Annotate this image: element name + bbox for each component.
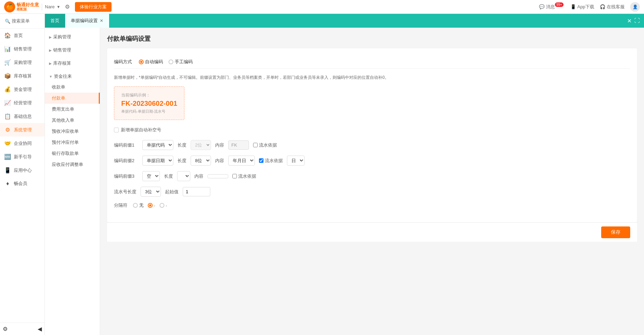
prefix1-select[interactable]: 单据代码 bbox=[142, 140, 173, 150]
divider bbox=[42, 3, 42, 10]
content3-value bbox=[208, 174, 228, 178]
serial-length-select[interactable]: 3位 bbox=[141, 187, 161, 197]
sec-item-payment[interactable]: 付款单 bbox=[45, 93, 100, 104]
window-minimize-icon[interactable]: ✕ bbox=[627, 18, 632, 24]
content2-select[interactable]: 年月日 bbox=[228, 156, 255, 166]
serial-length-select-wrapper: 3位 bbox=[141, 187, 161, 197]
content3-label: 内容 bbox=[194, 173, 203, 179]
prefix3-select[interactable]: 空 bbox=[142, 171, 160, 181]
sep-none-radio[interactable]: 无 bbox=[133, 202, 144, 208]
tab-home[interactable]: 首页 bbox=[45, 14, 65, 28]
trial-button[interactable]: 体验行业方案 bbox=[75, 2, 112, 12]
sec-item-bank[interactable]: 银行存取款单 bbox=[45, 148, 100, 159]
content2-label: 内容 bbox=[215, 158, 224, 164]
message-button[interactable]: 💬 消息 99+ bbox=[539, 4, 565, 10]
sidebar-item-system[interactable]: ⚙ 系统管理 bbox=[0, 123, 45, 137]
auto-encode-radio[interactable]: 自动编码 bbox=[139, 59, 163, 65]
window-maximize-icon[interactable]: ⛶ bbox=[634, 18, 640, 24]
length1-select[interactable]: 2位 bbox=[191, 140, 211, 150]
settings-bottom-icon[interactable]: ⚙ bbox=[3, 326, 8, 332]
sep-dot2-radio[interactable]: · bbox=[160, 203, 167, 208]
start-value-input[interactable] bbox=[183, 187, 210, 196]
sidebar-item-basic[interactable]: 📋 基础信息 bbox=[0, 110, 45, 123]
serial1-checkbox-input[interactable] bbox=[253, 143, 258, 147]
separator-options: 无 · · bbox=[133, 202, 167, 208]
collapse-icon[interactable]: ◀ bbox=[38, 326, 42, 332]
business-icon: 📈 bbox=[4, 100, 11, 106]
length3-label: 长度 bbox=[164, 173, 173, 179]
day-select: 日 bbox=[287, 156, 305, 166]
serial2-checkbox[interactable]: 流水依据 bbox=[259, 158, 283, 164]
length2-select[interactable]: 8位 bbox=[191, 156, 211, 166]
save-button[interactable]: 保存 bbox=[601, 226, 630, 238]
member-icon: ♦ bbox=[4, 180, 11, 187]
tab-close-icon[interactable]: ✕ bbox=[100, 18, 103, 23]
auto-fill-checkbox[interactable] bbox=[114, 128, 119, 132]
prefix1-label: 编码前缀1 bbox=[114, 142, 138, 148]
manual-encode-radio[interactable]: 手工编码 bbox=[169, 59, 193, 65]
basic-icon: 📋 bbox=[4, 113, 11, 120]
auto-fill-row: 新增单据自动补空号 bbox=[114, 127, 630, 133]
sidebar-item-app[interactable]: 📱 应用中心 bbox=[0, 164, 45, 177]
app-download-button[interactable]: 📱 App下载 bbox=[570, 4, 594, 10]
page-content: 付款单编码设置 编码方式 自动编码 手工编码 bbox=[100, 28, 644, 335]
sidebar-item-inventory[interactable]: 📦 库存核算 bbox=[0, 69, 45, 83]
serial-length-row: 流水号长度 3位 起始值 bbox=[114, 187, 630, 197]
length3-select[interactable] bbox=[177, 171, 190, 181]
workspace-dropdown[interactable]: ▾ bbox=[57, 4, 60, 9]
auto-encode-dot bbox=[139, 59, 144, 64]
inventory-icon: 📦 bbox=[4, 73, 11, 79]
top-bar-left: 🍊 畅通好生意 搭配版 Nare ▾ ⚙ 体验行业方案 bbox=[4, 1, 112, 12]
serial-length-label: 流水号长度 bbox=[114, 189, 136, 195]
length2-select-wrapper: 8位 bbox=[191, 156, 211, 166]
sec-item-prepay-offset[interactable]: 预收冲应收单 bbox=[45, 126, 100, 137]
settings-button[interactable]: ⚙ bbox=[63, 2, 72, 12]
prefix2-select-wrapper: 单据日期 bbox=[142, 156, 173, 166]
group-purchase-title[interactable]: ▶ 采购管理 bbox=[45, 32, 100, 42]
sec-item-receipt[interactable]: 收款单 bbox=[45, 82, 100, 93]
prefix2-select[interactable]: 单据日期 bbox=[142, 156, 173, 166]
sec-item-expense[interactable]: 费用支出单 bbox=[45, 104, 100, 115]
sidebar-item-cooperation[interactable]: 🤝 企业协同 bbox=[0, 137, 45, 150]
serial3-checkbox-input[interactable] bbox=[232, 174, 237, 178]
search-menu-button[interactable]: 🔍 搜索菜单 bbox=[3, 17, 42, 26]
finance-icon: 💰 bbox=[4, 86, 11, 93]
sec-item-adjustment[interactable]: 应收应付调整单 bbox=[45, 159, 100, 170]
sec-item-prepaid-offset[interactable]: 预付冲应付单 bbox=[45, 137, 100, 148]
cooperation-icon: 🤝 bbox=[4, 140, 11, 147]
collapse-arrow: ▶ bbox=[49, 62, 52, 65]
logo-icon: 🍊 bbox=[4, 1, 15, 12]
sidebar-item-member[interactable]: ♦ 畅会员 bbox=[0, 177, 45, 190]
online-service-button[interactable]: 🎧 在线客服 bbox=[600, 4, 625, 10]
serial2-checkbox-input[interactable] bbox=[259, 158, 263, 163]
main-layout: 🔍 搜索菜单 🏠 首页 📊 销售管理 🛒 采购管理 📦 库存核算 💰 bbox=[0, 14, 644, 335]
group-inventory-title[interactable]: ▶ 库存核算 bbox=[45, 58, 100, 68]
user-avatar[interactable]: 👤 bbox=[630, 2, 640, 12]
auto-fill-label: 新增单据自动补空号 bbox=[121, 127, 161, 133]
download-icon: 📱 bbox=[570, 4, 576, 9]
length1-select-wrapper: 2位 bbox=[191, 140, 211, 150]
group-sales-title[interactable]: ▶ 销售管理 bbox=[45, 45, 100, 55]
top-bar: 🍊 畅通好生意 搭配版 Nare ▾ ⚙ 体验行业方案 💬 消息 99+ 📱 A… bbox=[0, 0, 644, 14]
form-row-3: 编码前缀3 空 长度 内容 bbox=[114, 171, 630, 181]
group-finance-title[interactable]: ▼ 资金往来 bbox=[45, 71, 100, 82]
tab-encoding-settings[interactable]: 单据编码设置 ✕ bbox=[65, 14, 109, 28]
sidebar-item-finance[interactable]: 💰 资金管理 bbox=[0, 83, 45, 96]
length1-label: 长度 bbox=[177, 142, 186, 148]
sidebar-item-business[interactable]: 📈 经营管理 bbox=[0, 96, 45, 110]
sidebar-item-home[interactable]: 🏠 首页 bbox=[0, 29, 45, 42]
sep-dot1-radio[interactable]: · bbox=[148, 203, 155, 208]
sidebar-item-sales[interactable]: 📊 销售管理 bbox=[0, 42, 45, 56]
serial1-checkbox[interactable]: 流水依据 bbox=[253, 142, 277, 148]
sidebar-item-purchase[interactable]: 🛒 采购管理 bbox=[0, 56, 45, 69]
sidebar-search[interactable]: 🔍 搜索菜单 bbox=[0, 14, 45, 29]
serial3-checkbox[interactable]: 流水依据 bbox=[232, 173, 256, 179]
tab-bar: 首页 单据编码设置 ✕ ✕ ⛶ bbox=[45, 14, 644, 28]
sidebar-item-guide[interactable]: 🆕 新手引导 bbox=[0, 150, 45, 164]
sep-dot2-dot bbox=[160, 203, 164, 208]
day-select-input[interactable]: 日 bbox=[287, 156, 305, 166]
tab-home-label: 首页 bbox=[50, 18, 59, 24]
sidebar-nav: 🏠 首页 📊 销售管理 🛒 采购管理 📦 库存核算 💰 资金管理 📈 经 bbox=[0, 29, 45, 323]
group-inventory: ▶ 库存核算 bbox=[45, 57, 100, 70]
sec-item-other-income[interactable]: 其他收入单 bbox=[45, 115, 100, 126]
